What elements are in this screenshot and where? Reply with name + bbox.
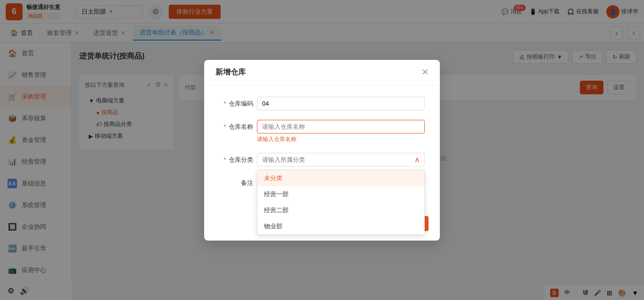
dropdown-item-property[interactable]: 物业部 xyxy=(257,218,424,234)
category-label: * 仓库分类 xyxy=(219,153,257,164)
form-item-code: * 仓库编码 xyxy=(219,97,425,110)
dialog-title: 新增仓库 xyxy=(215,67,246,77)
name-label: * 仓库名称 xyxy=(219,120,257,131)
dialog-body: * 仓库编码 * 仓库名称 请输入仓库名称 xyxy=(204,85,440,210)
category-dropdown: 未分类 经营一部 经营二部 物业部 xyxy=(257,170,425,235)
category-control: ∧ 未分类 经营一部 经营二部 xyxy=(257,153,425,167)
category-select-wrapper: ∧ 未分类 经营一部 经营二部 xyxy=(257,153,425,167)
notes-label: 备注 xyxy=(219,176,257,187)
modal-overlay[interactable]: 新增仓库 ✕ * 仓库编码 * 仓库名称 xyxy=(0,0,644,300)
code-label: * 仓库编码 xyxy=(219,97,257,108)
add-warehouse-dialog: 新增仓库 ✕ * 仓库编码 * 仓库名称 xyxy=(204,60,440,241)
code-input[interactable] xyxy=(257,97,425,110)
dialog-close-button[interactable]: ✕ xyxy=(421,68,429,76)
name-error-message: 请输入仓库名称 xyxy=(257,135,425,143)
dropdown-item-dept2[interactable]: 经营二部 xyxy=(257,202,424,218)
name-input[interactable] xyxy=(257,120,425,133)
dropdown-item-uncategorized[interactable]: 未分类 xyxy=(257,170,424,186)
form-item-name: * 仓库名称 请输入仓库名称 xyxy=(219,120,425,143)
category-input[interactable] xyxy=(257,153,425,167)
dropdown-item-dept1[interactable]: 经营一部 xyxy=(257,186,424,202)
form-item-category: * 仓库分类 ∧ 未分类 经营一部 xyxy=(219,153,425,167)
code-control xyxy=(257,97,425,110)
dialog-header: 新增仓库 ✕ xyxy=(204,60,440,85)
name-control: 请输入仓库名称 xyxy=(257,120,425,143)
